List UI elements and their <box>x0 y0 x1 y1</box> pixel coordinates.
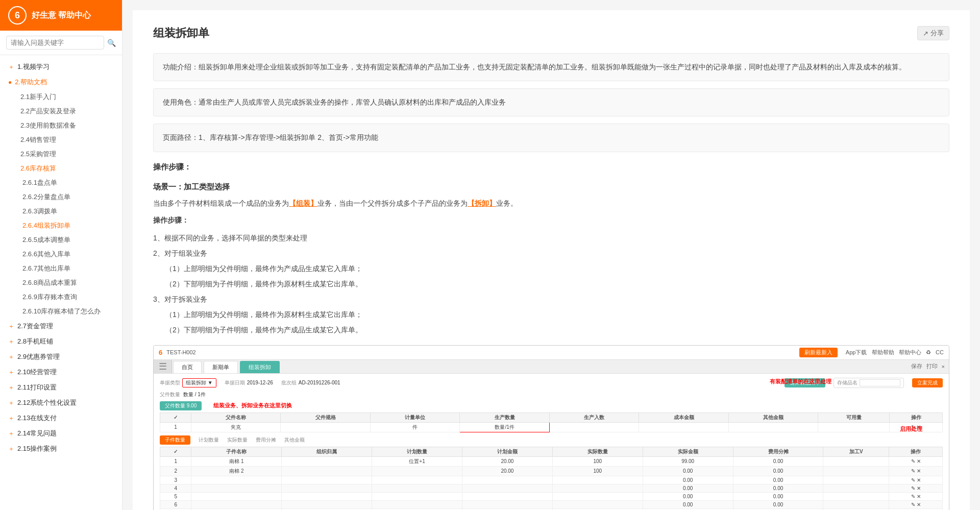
main-inner: 组装拆卸单 ↗ 分享 功能介绍：组装拆卸单用来处理企业组装或拆卸等加工业务，支持… <box>133 10 970 510</box>
keyword-assembly: 【组装】 <box>289 199 317 207</box>
step-2-sub2: （2）下部明细为子件明细，最终作为原材料生成某它出库单。 <box>165 277 949 291</box>
scr-action-save[interactable]: 保存 <box>911 362 922 370</box>
sidebar: 6 好生意 帮助中心 🔍 ＋ 1.视频学习 ● 2.帮助文档 2.1新手入门 2… <box>0 0 122 510</box>
scr-stockname-input[interactable] <box>860 379 900 386</box>
expand-icon-3: ＋ <box>8 337 14 346</box>
scr-nav-btn[interactable]: 刷新最新入 <box>799 348 838 357</box>
sidebar-item-purchase[interactable]: 2.5采购管理 <box>14 147 122 161</box>
scr-action-print[interactable]: 打印 <box>926 362 938 370</box>
page-title-row: 组装拆卸单 ↗ 分享 <box>153 26 949 41</box>
scene1-desc: 当由多个子件材料组装成一个成品的业务为【组装】业务，当由一个父件拆分成多个子产品… <box>153 197 949 210</box>
annotation-bom: 有装配清单的在这里处理 <box>770 378 831 385</box>
scr-topbar: 6 TEST-H002 刷新最新入 App下载 帮助帮助 帮助中心 ♻ CC <box>154 346 949 360</box>
sidebar-item-faq[interactable]: ＋ 2.14常见问题 <box>0 426 122 441</box>
scr-lower-table: ✓ 子件名称 组织归属 计划数量 计划金额 实际数量 实际金额 费用分摊 加工V… <box>160 447 943 510</box>
expand-icon-5: ＋ <box>8 368 14 377</box>
expand-icon-9: ＋ <box>8 429 14 438</box>
sidebar-item-docs[interactable]: ● 2.帮助文档 <box>0 75 122 90</box>
search-input[interactable] <box>6 36 104 50</box>
annotation-enable: 启用处理 <box>900 425 922 433</box>
expand-icon-7: ＋ <box>8 399 14 407</box>
scr-type-field[interactable]: 组装拆卸 ▼ <box>182 378 216 387</box>
scr-qty-cell[interactable]: 数量/1件 <box>460 422 550 432</box>
sidebar-item-payment[interactable]: ＋ 2.13在线支付 <box>0 410 122 426</box>
sidebar-item-264[interactable]: 2.6.4组装拆卸单 <box>22 218 122 233</box>
sidebar-item-2610[interactable]: 2.6.10库存账本错了怎么办 <box>22 304 122 319</box>
sidebar-item-mobile[interactable]: ＋ 2.8手机旺铺 <box>0 334 122 349</box>
sidebar-item-inventory[interactable]: 2.6库存核算 <box>14 161 122 176</box>
sidebar-item-sales[interactable]: 2.4销售管理 <box>14 133 122 147</box>
expand-icon: ＋ <box>8 63 14 71</box>
scr-upper-table: ✓ 父件名称 父件规格 计量单位 生产数量 生产入数 成本金额 其他金额 可用量… <box>160 412 943 432</box>
sidebar-nav: ＋ 1.视频学习 ● 2.帮助文档 2.1新手入门 2.2产品安装及登录 2.3… <box>0 55 122 510</box>
scr-stockname-field: 存储品名 <box>834 378 904 388</box>
app-title: 好生意 帮助中心 <box>32 10 91 21</box>
scene1-title: 场景一：加工类型选择 <box>153 182 949 192</box>
annotation-type-switch: 组装业务、拆卸业务在这里切换 <box>213 402 292 408</box>
sidebar-item-263[interactable]: 2.6.3调拨单 <box>22 204 122 218</box>
step-2: 2、对于组装业务 <box>153 246 949 260</box>
scr-logo: 6 <box>159 349 162 356</box>
expand-icon-8: ＋ <box>8 414 14 423</box>
expand-icon-4: ＋ <box>8 353 14 361</box>
search-icon[interactable]: 🔍 <box>107 39 116 47</box>
sidebar-item-262[interactable]: 2.6.2分量盘点单 <box>22 190 122 204</box>
scr-lower-header: 子件数量 计划数量 实际数量 费用分摊 其他金额 启用处理 <box>160 435 943 445</box>
scr-upper-section-btn[interactable]: 父件数量 9.00 <box>160 401 202 410</box>
collapse-icon: ● <box>8 79 12 86</box>
sidebar-item-265[interactable]: 2.6.5成本调整单 <box>22 233 122 247</box>
table-row: 30.000.00✎ ✕ <box>160 476 943 484</box>
scr-confirm-btn[interactable]: 立案完成 <box>912 378 943 387</box>
share-button[interactable]: ↗ 分享 <box>917 26 949 40</box>
page-title: 组装拆卸单 <box>153 26 209 41</box>
scr-sub-section-btn[interactable]: 子件数量 <box>160 435 190 445</box>
screenshot-area: 6 TEST-H002 刷新最新入 App下载 帮助帮助 帮助中心 ♻ CC ☰… <box>153 345 949 510</box>
sidebar-item-finance[interactable]: ＋ 2.7资金管理 <box>0 319 122 334</box>
sidebar-item-267[interactable]: 2.6.7其他出库单 <box>22 261 122 276</box>
intro-text-2: 使用角色：通常由生产人员或库管人员完成拆装业务的操作，库管人员确认原材料的出库和… <box>163 98 506 106</box>
scr-tab-home[interactable]: 自页 <box>173 361 202 373</box>
sidebar-item-operations[interactable]: ＋ 2.10经营管理 <box>0 365 122 380</box>
scr-action-close[interactable]: × <box>942 363 945 370</box>
scr-type-select: 单据类型 组装拆卸 ▼ <box>160 378 216 387</box>
scr-group-field: 批次组 AD-20191226-001 <box>281 379 340 386</box>
scr-section-header-row: 父件数量 9.00 组装业务、拆卸业务在这里切换 <box>160 401 943 410</box>
sidebar-item-269[interactable]: 2.6.9库存账本查询 <box>22 290 122 304</box>
sidebar-item-261[interactable]: 2.6.1盘点单 <box>22 176 122 190</box>
intro-block-2: 使用角色：通常由生产人员或库管人员完成拆装业务的操作，库管人员确认原材料的出库和… <box>153 88 949 116</box>
step-3: 3、对于拆装业务 <box>153 292 949 306</box>
sidebar-item-coupon[interactable]: ＋ 2.9优惠券管理 <box>0 349 122 365</box>
scr-tab-new[interactable]: 新期单 <box>204 361 238 373</box>
sidebar-item-266[interactable]: 2.6.6其他入库单 <box>22 247 122 261</box>
sidebar-item-268[interactable]: 2.6.8商品成本重算 <box>22 276 122 290</box>
sidebar-item-print[interactable]: ＋ 2.11打印设置 <box>0 380 122 395</box>
sidebar-item-data-prep[interactable]: 2.3使用前数据准备 <box>14 118 122 133</box>
sidebar-item-system[interactable]: ＋ 2.12系统个性化设置 <box>0 395 122 410</box>
keyword-disassembly: 【拆卸】 <box>468 199 496 207</box>
table-row: 1 南棉 1 位置+1 20.00 100 99.00 0.00 ✎ ✕ <box>160 456 943 466</box>
sidebar-item-video[interactable]: ＋ 1.视频学习 <box>0 59 122 75</box>
scr-date-field: 单据日期 2019-12-26 <box>225 379 273 386</box>
share-icon: ↗ <box>923 30 928 37</box>
expand-icon-10: ＋ <box>8 445 14 453</box>
scr-tab-assembly[interactable]: 组装拆卸 <box>240 361 280 373</box>
step-2-sub1: （1）上部明细为父件明细，最终作为产成品生成某它入库单； <box>165 261 949 276</box>
sidebar-item-cases[interactable]: ＋ 2.15操作案例 <box>0 441 122 456</box>
path-text: 页面路径：1、库存核算->库存管理->组装拆卸单 2、首页->常用功能 <box>163 133 378 141</box>
expand-icon-6: ＋ <box>8 383 14 392</box>
table-row: 2 南棉 2 20.00 100 0.00 0.00 ✎ ✕ <box>160 466 943 476</box>
path-block: 页面路径：1、库存核算->库存管理->组装拆卸单 2、首页->常用功能 <box>153 124 949 152</box>
step-3-sub2: （2）下部明细为子件明细，最终作为产成品生成某它入库单。 <box>165 323 949 337</box>
steps-subtitle: 操作步骤： <box>153 214 949 227</box>
sidebar-item-install[interactable]: 2.2产品安装及登录 <box>14 104 122 118</box>
steps-title: 操作步骤： <box>153 162 949 172</box>
table-row: 50.000.00✎ ✕ <box>160 492 943 500</box>
table-row: 60.000.00✎ ✕ <box>160 500 943 508</box>
intro-block-1: 功能介绍：组装拆卸单用来处理企业组装或拆卸等加工业务，支持有固定装配清单的产品加… <box>153 53 949 81</box>
step-1: 1、根据不同的业务，选择不同单据的类型来处理 <box>153 231 949 245</box>
search-box: 🔍 <box>0 31 122 55</box>
scr-sidebar-toggle[interactable]: ☰ <box>154 360 172 373</box>
scr-form-body: 单据类型 组装拆卸 ▼ 单据日期 2019-12-26 批次组 AD-20191… <box>154 374 949 510</box>
scr-date-val: 2019-12-26 <box>247 380 273 385</box>
sidebar-item-beginner[interactable]: 2.1新手入门 <box>14 90 122 104</box>
